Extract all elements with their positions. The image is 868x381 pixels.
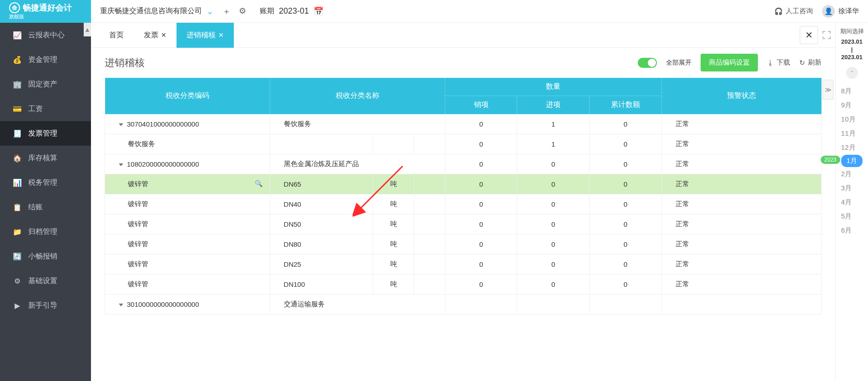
th-total: 累计数额 [590,96,662,114]
table-row[interactable]: 镀锌管DN100吨000正常 [105,274,822,295]
sidebar-item[interactable]: 💰资金管理 [0,47,91,72]
sidebar-label: 归档管理 [28,227,57,237]
month-item[interactable]: 4月 [841,195,863,209]
table-row[interactable]: 3070401000000000000餐饮服务010正常 [105,114,822,134]
tree-collapse-icon[interactable] [119,304,123,306]
user-menu[interactable]: 👤 徐泽华 [822,5,859,18]
sidebar-icon: 🧾 [13,129,22,138]
table-row[interactable]: 镀锌管DN25吨000正常 [105,254,822,274]
tab-label: 进销稽核 [187,30,216,40]
sidebar-item[interactable]: 🏠库存核算 [0,146,91,170]
tab-label: 首页 [109,30,124,40]
month-item[interactable]: 10月 [841,112,863,127]
sidebar-item[interactable]: 📊税务管理 [0,170,91,195]
sidebar-item[interactable]: ▶新手引导 [0,293,91,318]
sidebar-label: 新手引导 [28,301,57,310]
sidebar-item[interactable]: 📁归档管理 [0,219,91,244]
tab[interactable]: 首页 [99,23,134,48]
table-row[interactable]: 镀锌管DN80吨000正常 [105,234,822,254]
tab-bar: 首页发票✕进销稽核✕ ✕ [91,23,835,48]
sidebar-item[interactable]: 📋结账 [0,195,91,219]
table-row[interactable]: 🔍镀锌管DN65吨000正常 [105,174,822,194]
page-title: 进销稽核 [105,56,145,70]
table-row[interactable]: 镀锌管DN40吨000正常 [105,194,822,214]
sidebar-icon: 📈 [13,31,22,40]
audit-table: 税收分类编码 税收分类名称 数量 预警状态 销项 进项 累计数额 3070401… [105,77,822,315]
sidebar-label: 税务管理 [28,178,57,188]
gear-icon[interactable]: ⚙ [239,6,246,17]
period-label: 账期 [260,6,274,16]
month-item[interactable]: 8月 [841,84,863,98]
refresh-icon: ↻ [799,59,805,67]
tree-collapse-icon[interactable] [119,123,123,126]
tab[interactable]: 进销稽核✕ [177,23,234,48]
panel-collapse-handle[interactable]: ≫ [823,80,833,100]
search-icon[interactable]: 🔍 [255,180,262,187]
logo-subtitle: 旗舰版 [9,13,24,20]
th-out: 销项 [445,96,517,114]
sidebar-item[interactable]: ⚙基础设置 [0,269,91,293]
sidebar-item[interactable]: 🔄小畅报销 [0,244,91,269]
month-item[interactable]: 5月 [841,209,863,224]
avatar-icon: 👤 [822,5,835,18]
month-item[interactable]: 11月 [841,127,863,141]
support-link[interactable]: 🎧 人工咨询 [774,7,813,15]
table-row[interactable]: 1080200000000000000黑色金属冶炼及压延产品000正常 [105,154,822,174]
sidebar-label: 固定资产 [28,80,57,89]
sidebar-label: 基础设置 [28,276,57,286]
sidebar-icon: ▶ [13,301,22,310]
calendar-icon[interactable]: 📅 [313,6,323,16]
tab-close-icon[interactable]: ✕ [218,31,224,39]
period-panel-title: 期间选择 [840,27,864,36]
headset-icon: 🎧 [774,7,783,15]
th-in: 进项 [517,96,590,114]
sidebar-label: 云报表中心 [28,30,65,40]
expand-all-toggle[interactable] [638,58,657,68]
sidebar-icon: ⚙ [13,277,22,285]
close-all-tabs[interactable]: ✕ [800,26,818,44]
period-selector-panel: 期间选择 2023.01 | 2023.01 ⌃ 8月9月10月11月12月1月… [835,23,868,381]
sidebar-label: 结账 [28,203,43,212]
tab-close-icon[interactable]: ✕ [161,31,167,39]
month-item[interactable]: 3月 [841,181,863,195]
expand-all-label: 全部展开 [666,59,691,67]
sidebar-icon: 📁 [13,228,22,236]
sidebar-item[interactable]: 🏢固定资产 [0,72,91,97]
refresh-button[interactable]: ↻ 刷新 [799,58,822,67]
sidebar-label: 小畅报销 [28,252,57,261]
download-button[interactable]: ⭳ 下载 [767,58,790,67]
download-icon: ⭳ [767,59,774,66]
product-code-settings-button[interactable]: 商品编码设置 [701,54,758,71]
month-item[interactable]: 12月 [841,141,863,155]
tab[interactable]: 发票✕ [134,23,177,48]
table-row[interactable]: 3010000000000000000交通运输服务 [105,295,822,315]
tree-collapse-icon[interactable] [119,163,123,166]
sidebar-label: 库存核算 [28,153,57,163]
th-tax-name: 税收分类名称 [270,78,445,114]
company-name: 重庆畅捷交通信息咨询有限公司 [100,6,202,16]
period-range: 2023.01 | 2023.01 [841,38,863,61]
month-item[interactable]: 6月 [841,224,863,238]
period-scroll-up[interactable]: ⌃ [846,67,858,79]
sidebar-item[interactable]: 📈云报表中心 [0,23,91,47]
sidebar-icon: 📊 [13,178,22,187]
user-name: 徐泽华 [838,7,859,15]
sidebar-scroll-up[interactable]: ▲ [84,23,91,36]
month-item[interactable]: 9月 [841,98,863,112]
sidebar-icon: 🏢 [13,80,22,89]
sidebar-icon: 📋 [13,203,22,212]
sidebar-item[interactable]: 🧾发票管理 [0,121,91,146]
sidebar-item[interactable]: 💳工资 [0,97,91,121]
month-item[interactable]: 1月2023 [841,155,863,167]
fullscreen-icon[interactable] [823,31,831,39]
sidebar-label: 工资 [28,104,43,114]
plus-icon[interactable]: ＋ [222,6,231,17]
sidebar: ▲ 📈云报表中心💰资金管理🏢固定资产💳工资🧾发票管理🏠库存核算📊税务管理📋结账📁… [0,23,91,381]
table-row[interactable]: 餐饮服务010正常 [105,134,822,154]
year-badge: 2023 [821,156,840,164]
sidebar-icon: 💳 [13,105,22,113]
table-row[interactable]: 镀锌管DN50吨000正常 [105,214,822,234]
company-selector[interactable]: 重庆畅捷交通信息咨询有限公司 ⌄ [100,6,213,16]
th-tax-code: 税收分类编码 [105,78,270,114]
month-item[interactable]: 2月 [841,167,863,181]
